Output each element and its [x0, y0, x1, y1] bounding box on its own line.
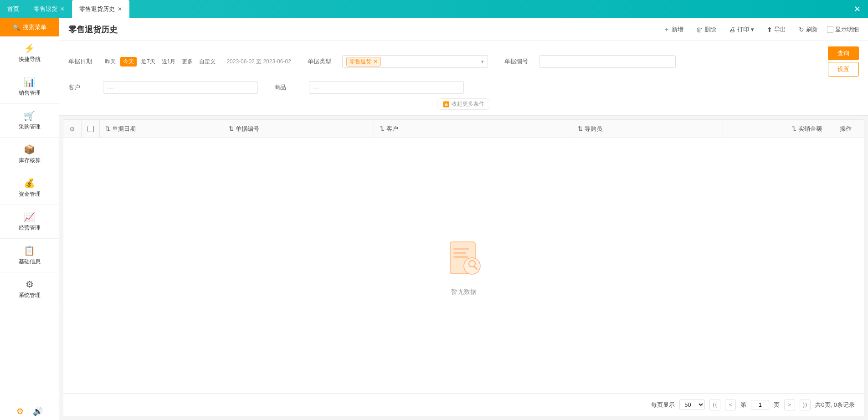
- delete-icon: 🗑: [696, 26, 703, 33]
- select-all-checkbox[interactable]: [87, 126, 94, 132]
- th-guide: ⇅ 导购员: [572, 120, 724, 138]
- sidebar-nav: ⚡ 快捷导航 📊 销售管理 🛒 采购管理 📦 库存核算 💰 资金管理 📈: [0, 36, 59, 402]
- tab-retail-return-label: 零售退货: [34, 5, 57, 13]
- sidebar-item-purchase-mgmt[interactable]: 🛒 采购管理: [0, 104, 59, 138]
- date-btn-7days[interactable]: 近7天: [139, 57, 157, 67]
- delete-button[interactable]: 🗑 删除: [693, 24, 720, 36]
- tab-retail-return-history-close[interactable]: ✕: [118, 6, 122, 12]
- sidebar-item-inventory-label: 库存核算: [19, 157, 41, 164]
- top-bar: 首页 零售退货 ✕ 零售退货历史 ✕ ✕: [0, 0, 868, 18]
- date-range-buttons: 昨天 今天 近7天 近1月 更多 自定义: [103, 57, 217, 67]
- th-date: ⇅ 单据日期: [100, 120, 223, 138]
- display-detail-label: 显示明细: [835, 26, 859, 34]
- filter-settings-button[interactable]: 设置: [828, 62, 859, 77]
- sidebar-item-system[interactable]: ⚙ 系统管理: [0, 272, 59, 306]
- tab-home[interactable]: 首页: [0, 0, 26, 18]
- customer-field[interactable]: ···: [103, 81, 258, 94]
- purchase-mgmt-icon: 🛒: [24, 110, 35, 121]
- collapse-button[interactable]: 🔼 收起更多条件: [437, 98, 490, 110]
- tab-retail-return[interactable]: 零售退货 ✕: [26, 0, 72, 18]
- tab-retail-return-history[interactable]: 零售退货历史 ✕: [72, 0, 129, 18]
- sidebar: 🔍 搜索菜单 ⚡ 快捷导航 📊 销售管理 🛒 采购管理 📦 库存核算 💰: [0, 18, 59, 420]
- print-button[interactable]: 🖨 打印 ▾: [725, 24, 758, 36]
- operations-icon: 📈: [24, 211, 35, 222]
- voucher-num-input[interactable]: [539, 55, 676, 68]
- empty-illustration: [441, 235, 487, 281]
- th-customer-sort-icon[interactable]: ⇅: [380, 125, 385, 132]
- new-button[interactable]: ＋ 新增: [660, 24, 687, 36]
- date-btn-more[interactable]: 更多: [180, 57, 195, 67]
- inventory-icon: 📦: [24, 144, 35, 155]
- sidebar-search[interactable]: 🔍 搜索菜单: [0, 18, 59, 36]
- header-actions: ＋ 新增 🗑 删除 🖨 打印 ▾ ⬆ 导出 ↻ 刷新: [660, 24, 859, 36]
- total-info: 共0页, 0条记录: [815, 401, 855, 409]
- top-bar-right: ✕: [854, 4, 868, 14]
- th-date-label: 单据日期: [112, 125, 136, 133]
- goods-field[interactable]: ···: [309, 81, 464, 94]
- prev-page-button[interactable]: ＜: [725, 400, 736, 410]
- table-settings-icon[interactable]: ⚙: [69, 125, 75, 133]
- th-checkbox[interactable]: [82, 120, 100, 138]
- sidebar-item-sales-mgmt-label: 销售管理: [19, 89, 41, 97]
- voucher-type-value: 零售退货: [349, 58, 371, 66]
- th-amount-sort-icon[interactable]: ⇅: [791, 125, 796, 132]
- tab-bar: 首页 零售退货 ✕ 零售退货历史 ✕: [0, 0, 854, 18]
- filter-area: 单据日期 昨天 今天 近7天 近1月 更多 自定义 2023-06-02 至 2…: [59, 41, 868, 116]
- first-page-button[interactable]: ⟨⟨: [709, 400, 720, 410]
- system-icon: ⚙: [26, 279, 34, 290]
- voucher-type-label: 单据类型: [308, 57, 335, 66]
- search-icon: 🔍: [13, 24, 20, 31]
- th-num-label: 单据编号: [236, 125, 259, 133]
- export-icon: ⬆: [767, 26, 772, 33]
- finance-icon: 💰: [24, 178, 35, 189]
- next-page-button[interactable]: ＞: [784, 400, 795, 410]
- sidebar-bottom: ⚙ 🔊: [0, 402, 59, 420]
- table-container: ⚙ ⇅ 单据日期 ⇅ 单据编号 ⇅ 客户 ⇅: [63, 119, 864, 416]
- sidebar-item-finance[interactable]: 💰 资金管理: [0, 171, 59, 205]
- th-customer: ⇅ 客户: [374, 120, 572, 138]
- voucher-type-tag-close[interactable]: ✕: [373, 58, 378, 65]
- window-close-icon[interactable]: ✕: [854, 4, 861, 14]
- th-date-sort-icon[interactable]: ⇅: [105, 125, 110, 132]
- speaker-bottom-icon[interactable]: 🔊: [33, 406, 43, 416]
- table-header: ⚙ ⇅ 单据日期 ⇅ 单据编号 ⇅ 客户 ⇅: [63, 120, 864, 138]
- sales-mgmt-icon: 📊: [24, 77, 35, 87]
- last-page-button[interactable]: ⟩⟩: [800, 400, 811, 410]
- export-label: 导出: [774, 26, 786, 34]
- date-filter-label: 单据日期: [68, 57, 96, 66]
- refresh-button[interactable]: ↻ 刷新: [795, 24, 822, 36]
- date-btn-custom[interactable]: 自定义: [197, 57, 217, 67]
- sidebar-item-system-label: 系统管理: [19, 292, 41, 299]
- th-action: 操作: [827, 120, 864, 138]
- page-input[interactable]: [751, 400, 769, 410]
- date-btn-1month[interactable]: 近1月: [160, 57, 178, 67]
- goods-placeholder: ···: [313, 84, 321, 91]
- date-btn-yesterday[interactable]: 昨天: [103, 57, 118, 67]
- settings-bottom-icon[interactable]: ⚙: [16, 406, 24, 416]
- tab-retail-return-close[interactable]: ✕: [60, 6, 65, 12]
- sidebar-item-quick-nav[interactable]: ⚡ 快捷导航: [0, 36, 59, 70]
- display-detail-toggle[interactable]: 显示明细: [827, 26, 859, 34]
- sidebar-item-sales-mgmt[interactable]: 📊 销售管理: [0, 70, 59, 104]
- sidebar-item-operations-label: 经营管理: [19, 224, 41, 232]
- sidebar-item-basic-info-label: 基础信息: [19, 258, 41, 266]
- th-amount-label: 实销金额: [798, 125, 822, 133]
- export-button[interactable]: ⬆ 导出: [763, 24, 790, 36]
- date-btn-today[interactable]: 今天: [120, 57, 137, 67]
- page-size-select[interactable]: 10 20 50 100: [679, 400, 705, 410]
- th-num-sort-icon[interactable]: ⇅: [229, 125, 234, 132]
- voucher-type-tag: 零售退货 ✕: [346, 57, 381, 67]
- collapse-label: 收起更多条件: [452, 100, 484, 108]
- th-settings[interactable]: ⚙: [63, 120, 82, 138]
- sidebar-item-operations[interactable]: 📈 经营管理: [0, 205, 59, 239]
- th-guide-sort-icon[interactable]: ⇅: [578, 125, 583, 132]
- svg-rect-3: [453, 256, 468, 258]
- refresh-label: 刷新: [806, 26, 818, 34]
- voucher-num-label: 单据编号: [504, 57, 532, 66]
- voucher-type-field[interactable]: 零售退货 ✕ ▾: [342, 55, 488, 68]
- query-button[interactable]: 查询: [828, 46, 859, 60]
- display-detail-checkbox[interactable]: [827, 26, 833, 33]
- sidebar-item-basic-info[interactable]: 📋 基础信息: [0, 239, 59, 272]
- sidebar-item-inventory[interactable]: 📦 库存核算: [0, 138, 59, 171]
- filter-row-1: 单据日期 昨天 今天 近7天 近1月 更多 自定义 2023-06-02 至 2…: [68, 46, 859, 77]
